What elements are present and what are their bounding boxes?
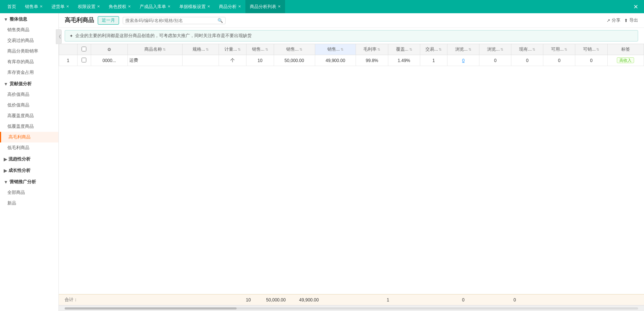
- th-check[interactable]: [77, 44, 91, 55]
- nav-analysis-list[interactable]: 商品分析列表 ✕: [245, 0, 285, 13]
- th-usable[interactable]: 可用... ⇅: [543, 44, 575, 55]
- row-sales-amt: 50,000.00: [274, 55, 315, 66]
- sidebar-item-all-goods[interactable]: 全部商品: [0, 187, 58, 198]
- sidebar-item-stock-capital[interactable]: 库存资金占用: [0, 67, 58, 78]
- close-purchase-tab[interactable]: ✕: [66, 0, 69, 13]
- nav-role[interactable]: 角色授权 ✕: [104, 0, 135, 13]
- page-title: 高毛利商品: [65, 17, 94, 24]
- close-analysis-tab[interactable]: ✕: [238, 0, 241, 13]
- th-cover[interactable]: 覆盖... ⇅: [388, 44, 420, 55]
- th-sales-qty[interactable]: 销售... ⇅: [246, 44, 274, 55]
- row-browse2: 0: [479, 55, 511, 66]
- search-icon[interactable]: 🔍: [217, 18, 223, 23]
- row-gross-rate: 99.8%: [356, 55, 388, 66]
- sidebar-collapse-button[interactable]: 《: [56, 29, 62, 44]
- sort-icon-sellable: ⇅: [596, 47, 599, 51]
- high-income-tag: 高收入: [617, 57, 634, 63]
- footer-code: [112, 297, 142, 303]
- share-button[interactable]: ↗ 分享: [607, 17, 620, 23]
- sort-icon-browse2: ⇅: [500, 47, 503, 51]
- sidebar-item-low-value[interactable]: 低价值商品: [0, 100, 58, 111]
- search-box: 🔍: [123, 17, 226, 24]
- row-sales-cost: 49,900.00: [315, 55, 356, 66]
- sidebar-group-growth[interactable]: ▶ 成长性分析: [0, 164, 58, 176]
- th-available[interactable]: 现有... ⇅: [511, 44, 543, 55]
- th-code[interactable]: ⚙: [91, 44, 128, 55]
- sidebar-item-stocked-goods[interactable]: 有库存的商品: [0, 57, 58, 67]
- th-unit[interactable]: 计量... ⇅: [219, 44, 247, 55]
- sidebar-item-category-rate[interactable]: 商品分类助销率: [0, 46, 58, 57]
- row-cover: 1.49%: [388, 55, 420, 66]
- row-spec: [182, 55, 219, 66]
- row-trans: 1: [420, 55, 447, 66]
- settings-icon[interactable]: ⚙: [107, 47, 111, 52]
- row-name: 运费: [127, 55, 182, 66]
- sort-icon-unit: ⇅: [238, 47, 241, 51]
- th-sales-cost[interactable]: 销售... ⇅: [315, 44, 356, 55]
- th-name[interactable]: 商品名称 ⇅: [127, 44, 182, 55]
- filter-recent-month-button[interactable]: 近一月: [98, 16, 119, 25]
- scrollbar-track: [65, 307, 638, 310]
- footer-cover: [351, 297, 377, 303]
- th-spec[interactable]: 规格... ⇅: [182, 44, 219, 55]
- chevron-down-icon-3: ▼: [4, 180, 8, 185]
- th-trans[interactable]: 交易... ⇅: [420, 44, 447, 55]
- close-permission-tab[interactable]: ✕: [97, 0, 100, 13]
- nav-analysis[interactable]: 商品分析 ✕: [215, 0, 245, 13]
- nav-sales[interactable]: 销售单 ✕: [21, 0, 47, 13]
- horizontal-scrollbar[interactable]: [59, 305, 644, 311]
- data-table: ⚙ 商品名称 ⇅ 规格... ⇅: [59, 44, 644, 66]
- sidebar: ▼ 整体信息 销售类商品 交易过的商品 商品分类助销率 有库存的商品 库存资金占…: [0, 13, 59, 311]
- browse1-link[interactable]: 0: [462, 58, 465, 63]
- th-gross-rate[interactable]: 毛利率 ⇅: [356, 44, 388, 55]
- th-sellable[interactable]: 可销... ⇅: [575, 44, 607, 55]
- close-analysis-list-tab[interactable]: ✕: [278, 0, 281, 13]
- sidebar-item-high-margin[interactable]: 高毛利商品: [0, 132, 58, 142]
- close-role-tab[interactable]: ✕: [128, 0, 131, 13]
- close-template-tab[interactable]: ✕: [207, 0, 210, 13]
- close-window-button[interactable]: ✕: [630, 3, 641, 10]
- sidebar-item-sales-goods[interactable]: 销售类商品: [0, 25, 58, 35]
- footer-browse1: [399, 297, 425, 303]
- row-num: 1: [59, 55, 78, 66]
- th-tag: 标签: [607, 44, 644, 55]
- sort-icon-available: ⇅: [532, 47, 535, 51]
- close-product-storage-tab[interactable]: ✕: [168, 0, 170, 13]
- sidebar-group-marketing[interactable]: ▼ 营销推广分析: [0, 176, 58, 187]
- scrollbar-thumb[interactable]: [65, 307, 237, 310]
- footer-sales-cost: 49,900.00: [292, 297, 325, 303]
- sort-icon-usable: ⇅: [564, 47, 567, 51]
- sidebar-group-trend[interactable]: ▶ 流趋性分析: [0, 153, 58, 164]
- sidebar-item-traded-goods[interactable]: 交易过的商品: [0, 35, 58, 46]
- row-check[interactable]: [77, 55, 91, 66]
- th-sales-amt[interactable]: 销售... ⇅: [274, 44, 315, 55]
- nav-purchase[interactable]: 进货单 ✕: [47, 0, 73, 13]
- row-checkbox[interactable]: [82, 58, 86, 62]
- sidebar-group-contribution[interactable]: ▼ 贡献值分析: [0, 78, 58, 89]
- export-button[interactable]: ⬆ 导出: [624, 17, 638, 23]
- footer-trans: 1: [377, 297, 399, 303]
- share-icon: ↗: [607, 18, 610, 23]
- th-browse2[interactable]: 浏览... ⇅: [479, 44, 511, 55]
- footer-sales-qty: 10: [237, 297, 259, 303]
- nav-product-storage[interactable]: 产成品入库单 ✕: [135, 0, 175, 13]
- sidebar-item-high-coverage[interactable]: 高覆盖度商品: [0, 111, 58, 121]
- th-browse1[interactable]: 浏览... ⇅: [447, 44, 479, 55]
- table-container: ⚙ 商品名称 ⇅ 规格... ⇅: [59, 44, 644, 311]
- row-sales-qty: 10: [246, 55, 274, 66]
- sidebar-group-overall[interactable]: ▼ 整体信息: [0, 13, 58, 25]
- sidebar-item-low-margin[interactable]: 低毛利商品: [0, 142, 58, 153]
- nav-permission[interactable]: 权限设置 ✕: [73, 0, 104, 13]
- table-body: 1 0000... 运费 个 10 50,000.00 49,900.00 99…: [59, 55, 644, 66]
- row-browse1[interactable]: 0: [447, 55, 479, 66]
- sidebar-item-new-goods[interactable]: 新品: [0, 198, 58, 209]
- table-row: 1 0000... 运费 个 10 50,000.00 49,900.00 99…: [59, 55, 644, 66]
- close-sales-tab[interactable]: ✕: [40, 0, 43, 13]
- sidebar-item-low-coverage[interactable]: 低覆盖度商品: [0, 121, 58, 132]
- chevron-right-icon-2: ▶: [4, 168, 7, 173]
- sidebar-item-high-value[interactable]: 高价值商品: [0, 89, 58, 100]
- nav-home[interactable]: 首页: [3, 0, 21, 13]
- search-input[interactable]: [125, 18, 217, 23]
- nav-template[interactable]: 单据模板设置 ✕: [175, 0, 215, 13]
- select-all-checkbox[interactable]: [82, 47, 86, 51]
